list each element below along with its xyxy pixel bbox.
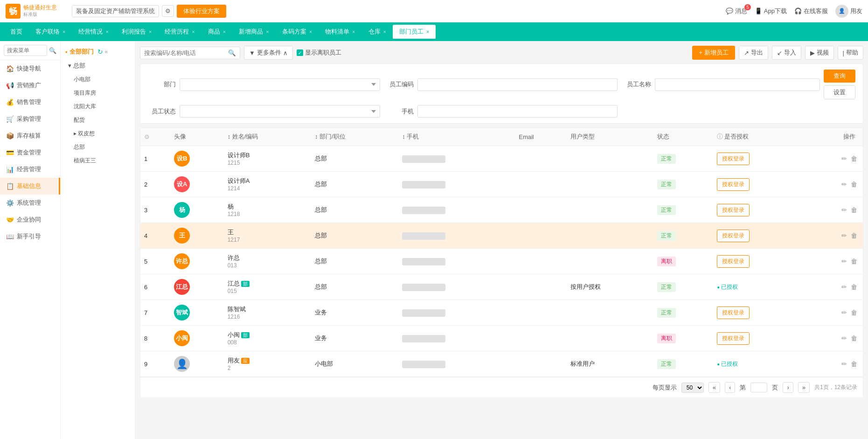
- edit-icon[interactable]: ✏: [841, 206, 847, 214]
- edit-icon[interactable]: ✏: [841, 232, 847, 239]
- dept-item-▾总部[interactable]: ▾ 总部: [61, 59, 135, 73]
- system-title[interactable]: 装备及固定资产辅助管理系统: [72, 5, 159, 17]
- delete-icon[interactable]: 🗑: [851, 181, 857, 188]
- nav-tab-部门员工[interactable]: 部门员工×: [393, 25, 436, 39]
- emp-status-select[interactable]: [180, 105, 380, 118]
- auth-button[interactable]: 授权登录: [717, 332, 750, 345]
- auth-button[interactable]: 授权登录: [717, 204, 750, 216]
- delete-icon[interactable]: 🗑: [851, 283, 857, 291]
- delete-icon[interactable]: 🗑: [851, 334, 857, 342]
- edit-icon[interactable]: ✏: [841, 334, 847, 342]
- nav-tab-仓库[interactable]: 仓库×: [362, 25, 393, 39]
- export-button[interactable]: ↗ 导出: [739, 46, 768, 60]
- delete-icon[interactable]: 🗑: [851, 206, 857, 214]
- show-resigned-checkbox[interactable]: ✓: [297, 49, 303, 56]
- sidebar-item-sales[interactable]: 💰销售管理: [0, 94, 60, 111]
- auth-button[interactable]: 授权登录: [717, 153, 750, 165]
- dept-item-沈阳大库[interactable]: 沈阳大库: [61, 100, 135, 113]
- sidebar-item-inventory[interactable]: 📦库存核算: [0, 127, 60, 144]
- dept-item-▸双皮想[interactable]: ▸ 双皮想: [61, 127, 135, 140]
- close-icon[interactable]: ×: [223, 29, 226, 35]
- search-input[interactable]: [140, 47, 224, 59]
- auth-button[interactable]: 授权登录: [717, 178, 750, 191]
- emp-code-input[interactable]: [417, 78, 618, 91]
- close-icon[interactable]: ×: [192, 29, 194, 35]
- edit-icon[interactable]: ✏: [841, 181, 847, 188]
- edit-icon[interactable]: ✏: [841, 283, 847, 291]
- sidebar-item-quick-nav[interactable]: 🏠快捷导航: [0, 60, 60, 77]
- delete-icon[interactable]: 🗑: [851, 360, 857, 368]
- nav-tab-商品[interactable]: 商品×: [201, 25, 232, 39]
- show-resigned-toggle[interactable]: ✓ 显示离职员工: [297, 49, 341, 57]
- dept-item-总部[interactable]: 总部: [61, 140, 135, 154]
- edit-icon[interactable]: ✏: [841, 360, 847, 368]
- employee-avatar: 👤: [174, 356, 190, 372]
- query-button[interactable]: 查询: [824, 70, 855, 83]
- nav-tab-物料清单[interactable]: 物料清单×: [319, 25, 361, 39]
- close-icon[interactable]: ×: [426, 29, 429, 35]
- gear-button[interactable]: ⚙: [162, 5, 174, 17]
- first-page-button[interactable]: «: [708, 382, 720, 393]
- help-button[interactable]: | 帮助: [838, 46, 863, 60]
- app-download-button[interactable]: 📱 App下载: [755, 7, 787, 15]
- delete-icon[interactable]: 🗑: [851, 309, 857, 316]
- action-icons: ✏ 🗑: [809, 283, 857, 291]
- sidebar-item-marketing[interactable]: 📢营销推广: [0, 77, 60, 94]
- reset-button[interactable]: 设置: [824, 85, 855, 99]
- user-menu[interactable]: 👤 用友: [835, 5, 862, 18]
- phone-input[interactable]: [417, 105, 618, 118]
- close-icon[interactable]: ×: [149, 29, 152, 35]
- sidebar-item-guide[interactable]: 📖新手引导: [0, 228, 60, 245]
- edit-icon[interactable]: ✏: [841, 309, 847, 316]
- page-size-select[interactable]: 50: [681, 383, 704, 393]
- edit-icon[interactable]: ✏: [841, 258, 847, 265]
- close-icon[interactable]: ×: [383, 29, 386, 35]
- import-button[interactable]: ↙ 导入: [772, 46, 801, 60]
- nav-tab-首页[interactable]: 首页: [4, 25, 29, 39]
- dept-item-小电部[interactable]: 小电部: [61, 73, 135, 86]
- close-icon[interactable]: ×: [105, 29, 108, 35]
- close-icon[interactable]: ×: [309, 29, 312, 35]
- dept-item-植病王三[interactable]: 植病王三: [61, 154, 135, 167]
- nav-tab-客户联络[interactable]: 客户联络×: [29, 25, 72, 39]
- dept-collapse-button[interactable]: «: [105, 49, 108, 55]
- next-page-button[interactable]: ›: [783, 382, 793, 393]
- auth-button[interactable]: 授权登录: [717, 230, 750, 242]
- add-employee-button[interactable]: + 新增员工: [692, 46, 735, 60]
- delete-icon[interactable]: 🗑: [851, 258, 857, 265]
- sidebar-item-operations[interactable]: 📊经营管理: [0, 161, 60, 178]
- online-service-button[interactable]: 🎧 在线客服: [794, 7, 828, 15]
- sidebar-item-basic-info[interactable]: 📋基础信息: [0, 178, 60, 195]
- message-button[interactable]: 💬 消息 5: [726, 7, 747, 15]
- sidebar-item-enterprise[interactable]: 🤝企业协同: [0, 211, 60, 228]
- more-filters-button[interactable]: ▼ 更多条件 ∧: [244, 46, 293, 60]
- delete-icon[interactable]: 🗑: [851, 232, 857, 239]
- page-input[interactable]: 1: [750, 383, 767, 392]
- sidebar-item-system[interactable]: ⚙️系统管理: [0, 195, 60, 211]
- view-button[interactable]: ▶ 视频: [805, 46, 834, 60]
- sidebar-search-input[interactable]: [4, 45, 47, 56]
- auth-button[interactable]: 授权登录: [717, 307, 750, 319]
- sidebar-item-purchase[interactable]: 🛒采购管理: [0, 111, 60, 127]
- nav-tab-条码方案[interactable]: 条码方案×: [276, 25, 319, 39]
- dept-item-项目库房[interactable]: 项目库房: [61, 86, 135, 100]
- close-icon[interactable]: ×: [62, 29, 65, 35]
- search-button[interactable]: 🔍: [224, 47, 240, 59]
- dept-refresh-button[interactable]: ↻: [97, 48, 103, 56]
- dept-item-配货[interactable]: 配货: [61, 113, 135, 127]
- delete-icon[interactable]: 🗑: [851, 155, 857, 162]
- nav-tab-经营历程[interactable]: 经营历程×: [158, 25, 201, 39]
- prev-page-button[interactable]: ‹: [725, 382, 735, 393]
- close-icon[interactable]: ×: [352, 29, 355, 35]
- trial-button[interactable]: 体验行业方案: [177, 5, 226, 18]
- emp-name-input[interactable]: [655, 78, 820, 91]
- close-icon[interactable]: ×: [266, 29, 269, 35]
- nav-tab-利润报告[interactable]: 利润报告×: [115, 25, 158, 39]
- sidebar-item-finance[interactable]: 💳资金管理: [0, 144, 60, 161]
- last-page-button[interactable]: »: [798, 382, 810, 393]
- nav-tab-经营情况[interactable]: 经营情况×: [72, 25, 115, 39]
- edit-icon[interactable]: ✏: [841, 155, 847, 162]
- dept-filter-select[interactable]: [180, 78, 380, 91]
- nav-tab-新增商品[interactable]: 新增商品×: [232, 25, 275, 39]
- auth-button[interactable]: 授权登录: [717, 255, 750, 268]
